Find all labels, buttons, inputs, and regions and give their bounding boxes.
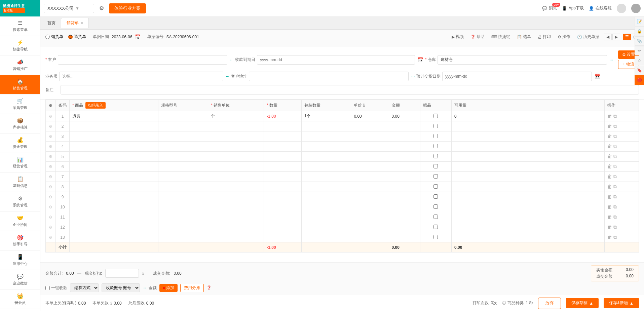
settlement-method-select[interactable]: 结算方式 (70, 283, 99, 292)
add-payment-button[interactable]: ● 添加 (159, 284, 178, 292)
payment-due-cal-icon[interactable]: 📅 (418, 57, 423, 63)
action-select[interactable]: 📋 选单 (515, 33, 533, 41)
cell-gift-1[interactable] (420, 121, 451, 131)
op-copy-12[interactable]: ⧉ (613, 234, 617, 240)
op-delete-9[interactable]: 🗑 (607, 204, 612, 210)
gift-checkbox-9[interactable] (433, 204, 438, 209)
gift-checkbox-3[interactable] (433, 144, 438, 148)
app-download-group[interactable]: 📱 App下载 (562, 5, 584, 11)
op-delete-0[interactable]: 🗑 (607, 113, 612, 119)
op-copy-5[interactable]: ⧉ (613, 164, 617, 169)
customer-addr-more-icon[interactable]: ··· (411, 74, 415, 79)
salesperson-more-icon[interactable]: ··· (226, 74, 229, 79)
radio-sales[interactable]: 销货单 (45, 34, 63, 40)
gift-checkbox-2[interactable] (433, 134, 438, 138)
cell-gift-10[interactable] (420, 212, 451, 222)
cell-gift-12[interactable] (420, 232, 451, 242)
gift-checkbox-6[interactable] (433, 174, 438, 179)
op-delete-6[interactable]: 🗑 (607, 174, 612, 180)
cell-gift-8[interactable] (420, 192, 451, 202)
remark-input[interactable] (61, 85, 639, 94)
message-group[interactable]: 💬 消息 99+ (542, 5, 557, 11)
save-new-button[interactable]: 保存&新增 ▲ (604, 298, 639, 308)
online-service-group[interactable]: 👤 在线客服 (589, 5, 612, 11)
radio-return-input[interactable] (68, 35, 73, 39)
op-delete-5[interactable]: 🗑 (607, 164, 612, 169)
cell-gift-9[interactable] (420, 202, 451, 212)
op-copy-1[interactable]: ⧉ (613, 123, 617, 129)
account-more-icon[interactable]: ··· (143, 285, 146, 290)
op-delete-7[interactable]: 🗑 (607, 184, 612, 190)
op-delete-3[interactable]: 🗑 (607, 144, 612, 149)
sidebar-item-search-order[interactable]: ☰ 搜索菜单 (0, 16, 40, 36)
op-delete-1[interactable]: 🗑 (607, 123, 612, 129)
op-copy-4[interactable]: ⧉ (613, 154, 617, 159)
rp-notes-btn[interactable]: 📝 (635, 17, 644, 26)
cash-discount-input[interactable] (105, 269, 139, 278)
row-gear-cell-3[interactable]: ⚙ (46, 142, 56, 152)
customer-input[interactable] (58, 55, 227, 65)
op-copy-9[interactable]: ⧉ (613, 204, 617, 210)
warehouse-input[interactable] (438, 55, 607, 65)
op-delete-2[interactable]: 🗑 (607, 133, 612, 139)
sidebar-item-wechat[interactable]: 💬 企业微信 (0, 270, 40, 289)
gift-checkbox-10[interactable] (433, 215, 438, 219)
tab-home[interactable]: 首页 (42, 18, 61, 28)
view-btn-list[interactable]: ☰ (623, 34, 631, 40)
radio-sales-input[interactable] (45, 35, 50, 39)
avatar[interactable] (617, 4, 626, 13)
rp-edit-btn[interactable]: ✏ (635, 46, 644, 55)
tab-close-icon[interactable]: ✕ (80, 21, 83, 25)
op-copy-10[interactable]: ⧉ (613, 214, 617, 220)
sidebar-item-app-center[interactable]: 📱 应用中心 (0, 250, 40, 270)
radio-return[interactable]: 退货单 (68, 34, 86, 40)
salesperson-input[interactable] (59, 72, 223, 81)
tab-sales-order[interactable]: 销货单 ✕ (61, 18, 89, 28)
op-copy-3[interactable]: ⧉ (613, 144, 617, 149)
rp-lock-btn[interactable]: 🔒 (635, 27, 644, 36)
row-gear-cell-8[interactable]: ⚙ (46, 192, 56, 202)
company-selector[interactable]: XXXXXX公司 ▼ (44, 4, 94, 13)
topbar-settings-icon[interactable]: ⚙ (98, 3, 106, 13)
avatar2[interactable] (631, 4, 641, 13)
cell-gift-4[interactable] (420, 152, 451, 162)
cell-gift-11[interactable] (420, 222, 451, 232)
op-delete-12[interactable]: 🗑 (607, 234, 612, 240)
op-copy-7[interactable]: ⧉ (613, 184, 617, 190)
gift-checkbox-12[interactable] (433, 235, 438, 239)
rp-alert-btn[interactable]: 🔴 (635, 75, 644, 85)
sidebar-item-purchase-mgmt[interactable]: 🛒 采购管理 (0, 94, 40, 114)
rp-attach-btn[interactable]: 📎 (635, 36, 644, 46)
sidebar-item-quick-nav[interactable]: ⚡ 快捷导航 (0, 36, 40, 55)
trial-button[interactable]: 体验行业方案 (109, 3, 146, 13)
product-type[interactable]: ◎ 商品种类: 1 种 (502, 300, 533, 306)
one-click-payment-checkbox[interactable]: 一键收款 (45, 285, 67, 291)
row-gear-cell-11[interactable]: ⚙ (46, 222, 56, 232)
rp-bookmark-btn[interactable]: 🔖 (635, 66, 644, 75)
row-gear-cell-0[interactable]: ⚙ (46, 111, 56, 121)
op-delete-10[interactable]: 🗑 (607, 214, 612, 220)
row-gear-cell-6[interactable]: ⚙ (46, 172, 56, 182)
delivery-date-cal-icon[interactable]: 📅 (595, 74, 600, 79)
warehouse-more-icon[interactable]: ··· (610, 57, 613, 62)
action-video[interactable]: ▶ 视频 (450, 33, 466, 41)
action-print[interactable]: 🖨 打印 (536, 33, 553, 41)
cell-gift-0[interactable] (420, 111, 451, 121)
op-delete-11[interactable]: 🗑 (607, 224, 612, 230)
gift-checkbox-8[interactable] (433, 194, 438, 199)
sidebar-item-beginner[interactable]: 🎯 新手引导 (0, 231, 40, 250)
op-copy-0[interactable]: ⧉ (613, 113, 617, 119)
scan-btn[interactable]: 扫码录入 (85, 102, 106, 109)
delivery-date-input[interactable] (442, 72, 592, 81)
sidebar-item-finance[interactable]: 💰 资金管理 (0, 133, 40, 153)
cell-gift-2[interactable] (420, 131, 451, 142)
sidebar-item-sales-mgmt[interactable]: 🏠 销售管理 (0, 75, 40, 94)
action-history[interactable]: 🕐 历史单据 (575, 33, 601, 41)
op-copy-6[interactable]: ⧉ (613, 174, 617, 180)
cell-gift-5[interactable] (420, 162, 451, 172)
sidebar-item-inventory[interactable]: 📦 库存核算 (0, 114, 40, 133)
op-copy-2[interactable]: ⧉ (613, 133, 617, 139)
cell-gift-6[interactable] (420, 172, 451, 182)
row-gear-cell-10[interactable]: ⚙ (46, 212, 56, 222)
op-delete-4[interactable]: 🗑 (607, 154, 612, 159)
